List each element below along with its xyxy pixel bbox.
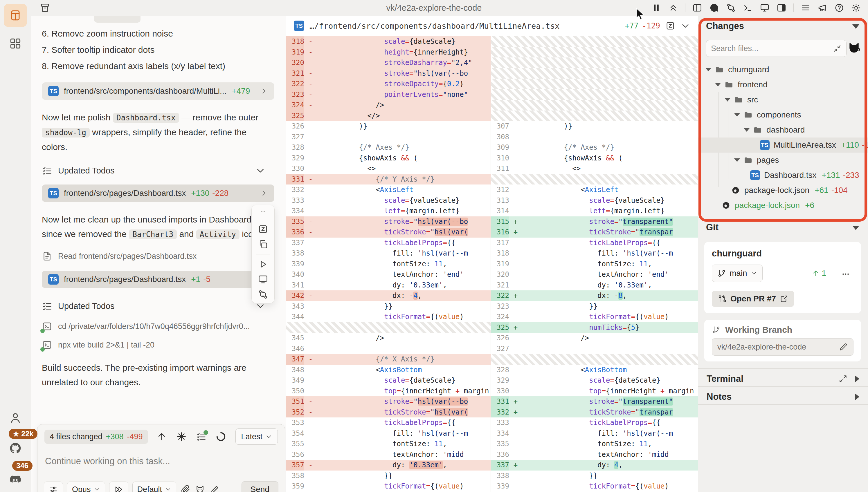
diff-line[interactable]: 309· {/* Axes */} bbox=[491, 142, 698, 153]
git-compare-icon[interactable] bbox=[726, 3, 736, 13]
tree-file-package-lock.json[interactable]: package-lock.json+61-104 bbox=[698, 183, 868, 198]
diff-line[interactable]: 311· <> bbox=[491, 163, 698, 174]
diff-line[interactable]: 318- scale={dateScale} bbox=[286, 36, 491, 47]
diff-line[interactable]: 328· <AxisBottom bbox=[491, 365, 698, 375]
collapse-icon[interactable] bbox=[833, 44, 842, 53]
diff-line[interactable]: 325- </> bbox=[286, 110, 491, 121]
open-pr-button[interactable]: Open PR #7 bbox=[712, 291, 794, 307]
discord-button[interactable] bbox=[4, 468, 27, 491]
terminal-section-header[interactable]: Terminal bbox=[698, 372, 868, 386]
panel-right-icon[interactable] bbox=[777, 3, 787, 13]
diff-line[interactable]: 349· scale={dateScale} bbox=[286, 375, 491, 386]
latest-dropdown[interactable]: Latest bbox=[235, 428, 278, 445]
diff-line[interactable]: 336- tickStroke="hsl(var( bbox=[286, 227, 491, 238]
cat-icon[interactable] bbox=[847, 41, 861, 55]
terminal-icon[interactable] bbox=[743, 3, 753, 13]
tree-file-package-lock.json[interactable]: package-lock.json+6 bbox=[698, 198, 868, 213]
expand-icon[interactable] bbox=[839, 374, 847, 383]
diff-line[interactable]: 335- stroke="hsl(var(--bo bbox=[286, 216, 491, 227]
diff-line[interactable]: 329· {showAxis && ( bbox=[286, 153, 491, 164]
chevron-down-icon[interactable] bbox=[852, 226, 859, 230]
grid-view-button[interactable] bbox=[4, 32, 27, 55]
caret-down-icon[interactable] bbox=[705, 68, 711, 71]
diff-line[interactable]: 358· }} bbox=[286, 470, 491, 481]
caret-down-icon[interactable] bbox=[715, 83, 721, 87]
updated-todos-row[interactable]: Updated Todos bbox=[42, 301, 274, 311]
model-dropdown[interactable]: Opus bbox=[67, 482, 105, 492]
message-input[interactable]: Continue working on this task... bbox=[38, 449, 285, 473]
git-compare-icon[interactable] bbox=[258, 289, 268, 300]
diff-line[interactable]: 333· scale={valueScale} bbox=[286, 195, 491, 206]
diff-line[interactable]: 313· scale={valueScale} bbox=[491, 195, 698, 206]
diff-line[interactable]: 322- strokeOpacity={0.2} bbox=[286, 79, 491, 89]
edit-icon[interactable] bbox=[839, 342, 848, 351]
working-branch-input[interactable]: vk/4e2a-explore-the-code bbox=[712, 338, 853, 356]
play-icon[interactable] bbox=[258, 259, 268, 270]
diff-line[interactable]: 323- pointerEvents="none" bbox=[286, 89, 491, 100]
copy-icon[interactable] bbox=[258, 239, 268, 249]
diff-line[interactable]: 322+ dx: -8, bbox=[491, 290, 698, 301]
files-changed-chip[interactable]: 4 files changed +308 -499 bbox=[44, 429, 148, 444]
archive-icon[interactable] bbox=[40, 3, 50, 13]
diff-line[interactable]: 318· fill: 'hsl(var(--m bbox=[491, 248, 698, 259]
diff-line[interactable]: 324· tickFormat={(value) bbox=[491, 312, 698, 322]
diff-line[interactable]: 328· {/* Axes */} bbox=[286, 142, 491, 153]
drag-handle-icon[interactable] bbox=[258, 208, 268, 214]
workspace-tab-button[interactable] bbox=[4, 4, 27, 27]
diff-line[interactable]: 338· fill: 'hsl(var(--m bbox=[286, 248, 491, 259]
settings-sliders-button[interactable] bbox=[44, 482, 63, 492]
search-files-input[interactable]: Search files... bbox=[706, 40, 846, 57]
diff-block-icon[interactable] bbox=[258, 224, 268, 235]
diff-line[interactable]: 336· textAnchor: 'midd bbox=[491, 449, 698, 460]
tree-folder-dashboard[interactable]: dashboard bbox=[698, 122, 868, 138]
diff-line[interactable]: 320· textAnchor: 'end' bbox=[491, 269, 698, 280]
diff-line[interactable]: 324- /> bbox=[286, 100, 491, 110]
diff-line[interactable]: 316+ tickStroke="transpar bbox=[491, 227, 698, 238]
notes-section-header[interactable]: Notes bbox=[698, 390, 868, 404]
diff-line[interactable]: 327· bbox=[286, 132, 491, 143]
diff-line[interactable]: 326· )} bbox=[286, 121, 491, 132]
caret-down-icon[interactable] bbox=[725, 98, 730, 101]
diff-line[interactable]: 335· fontSize: 11, bbox=[491, 439, 698, 449]
github-button[interactable] bbox=[4, 437, 27, 460]
diff-line[interactable]: 350· top={innerHeight + margin bbox=[286, 386, 491, 397]
terminal-command-row[interactable]: npx vite build 2>&1 | tail -20 bbox=[42, 340, 274, 350]
chat-bubble-icon[interactable] bbox=[709, 3, 719, 13]
diff-view-icon[interactable] bbox=[665, 21, 675, 31]
diff-line[interactable]: 339· tickFormat={(value) bbox=[491, 481, 698, 492]
diff-line[interactable]: 334· fill: 'hsl(var(--m bbox=[491, 428, 698, 439]
diff-line[interactable]: 312· <AxisLeft bbox=[491, 184, 698, 195]
file-change-chip[interactable]: TS frontend/src/pages/Dashboard.tsx +1 -… bbox=[42, 271, 274, 288]
caret-down-icon[interactable] bbox=[744, 128, 750, 132]
file-change-chip[interactable]: TS frontend/src/components/dashboard/Mul… bbox=[42, 82, 274, 100]
read-file-row[interactable]: Read frontend/src/pages/Dashboard.tsx bbox=[42, 251, 274, 262]
diff-line[interactable]: 331+ stroke="transparent" bbox=[491, 396, 698, 407]
diff-line[interactable]: 342- dx: -4, bbox=[286, 290, 491, 301]
diff-line[interactable]: 325+ numTicks={5} bbox=[491, 322, 698, 333]
scroll-to-top-icon[interactable] bbox=[157, 432, 167, 442]
diff-line[interactable]: 355· fontSize: 11, bbox=[286, 439, 491, 449]
diff-line[interactable]: 329· scale={dateScale} bbox=[491, 375, 698, 386]
todos-indicator-icon[interactable] bbox=[196, 432, 206, 442]
send-button[interactable]: Send bbox=[241, 481, 278, 492]
diff-line[interactable]: 354· fill: 'hsl(var(--m bbox=[286, 428, 491, 439]
diff-line[interactable]: 314· left={margin.left} bbox=[491, 206, 698, 216]
diff-line[interactable]: 310· {showAxis && ( bbox=[491, 153, 698, 164]
diff-line[interactable]: 321· dy: '0.33em', bbox=[491, 280, 698, 291]
monitor-icon[interactable] bbox=[258, 274, 268, 285]
diff-line[interactable]: 308· bbox=[491, 132, 698, 143]
tree-file-MultiLineAr ea.tsx[interactable]: TSMultiLineArea.tsx+110-162 bbox=[698, 138, 868, 153]
menu-icon[interactable] bbox=[801, 3, 811, 13]
tree-folder-pages[interactable]: pages bbox=[698, 153, 868, 168]
diff-line[interactable]: 359· tickFormat={(value) bbox=[286, 481, 491, 492]
panel-left-icon[interactable] bbox=[693, 3, 702, 13]
diff-line[interactable]: 344· tickFormat={(value) bbox=[286, 312, 491, 322]
diff-line[interactable]: 333· tickLabelProps={{ bbox=[491, 417, 698, 428]
diff-line[interactable]: 323· }} bbox=[491, 301, 698, 312]
tree-folder-churnguard[interactable]: churnguard bbox=[698, 62, 868, 77]
caret-down-icon[interactable] bbox=[734, 113, 740, 117]
diff-line[interactable]: 343· }} bbox=[286, 301, 491, 312]
chevron-down-icon[interactable] bbox=[852, 24, 859, 29]
diff-line[interactable]: 332· <AxisLeft bbox=[286, 184, 491, 195]
updated-todos-row[interactable]: Updated Todos bbox=[42, 165, 274, 176]
